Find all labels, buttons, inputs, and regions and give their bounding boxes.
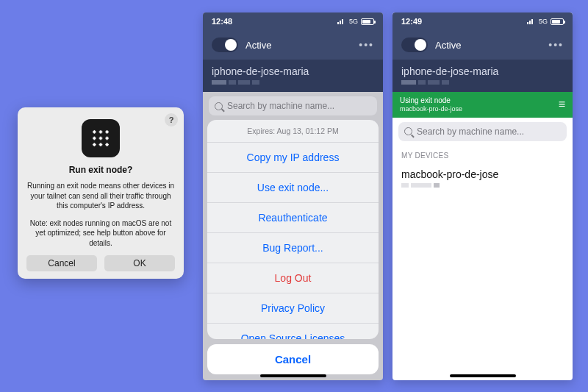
search-input[interactable]: Search by machine name... xyxy=(209,96,377,115)
battery-icon xyxy=(551,18,564,25)
exit-node-dialog: ? Run exit node? Running an exit node me… xyxy=(18,107,184,279)
help-button[interactable]: ? xyxy=(165,113,178,126)
sheet-bug-report[interactable]: Bug Report... xyxy=(207,233,379,263)
sheet-privacy-policy[interactable]: Privacy Policy xyxy=(207,293,379,324)
self-device-banner[interactable]: iphone-de-jose-maria xyxy=(392,60,573,92)
sheet-expires: Expires: Aug 13, 01:12 PM xyxy=(207,120,379,143)
signal-icon xyxy=(337,18,346,24)
exit-node-bar[interactable]: Using exit node macbook-pro-de-jose ≡ xyxy=(392,92,573,118)
active-row: Active ••• xyxy=(203,30,383,60)
active-label: Active xyxy=(245,40,271,51)
status-time: 12:49 xyxy=(401,17,422,26)
active-row: Active ••• xyxy=(392,30,573,60)
active-label: Active xyxy=(435,40,461,51)
app-icon xyxy=(82,119,120,157)
search-icon xyxy=(404,127,412,135)
battery-icon xyxy=(361,18,374,25)
sheet-reauthenticate[interactable]: Reauthenticate xyxy=(207,203,379,233)
self-device-name: iphone-de-jose-maria xyxy=(212,65,374,77)
section-my-devices: MY DEVICES xyxy=(392,146,573,163)
sheet-cancel-button[interactable]: Cancel xyxy=(207,344,379,374)
sheet-open-source-licenses[interactable]: Open Source Licenses xyxy=(207,324,379,339)
sheet-copy-ip[interactable]: Copy my IP address xyxy=(207,143,379,173)
status-bar: 12:49 5G xyxy=(392,13,573,30)
home-indicator xyxy=(260,374,326,377)
sheet-use-exit-node[interactable]: Use exit node... xyxy=(207,173,379,203)
more-button[interactable]: ••• xyxy=(359,39,374,51)
more-button[interactable]: ••• xyxy=(548,39,564,51)
ok-button[interactable]: OK xyxy=(104,255,175,271)
active-toggle[interactable] xyxy=(401,38,428,52)
cancel-button[interactable]: Cancel xyxy=(26,255,97,271)
network-label: 5G xyxy=(539,18,548,25)
signal-icon xyxy=(527,18,536,24)
status-bar: 12:48 5G xyxy=(203,13,383,30)
phone-screen-exitnode: 12:49 5G Active ••• iphone-de-jose-maria… xyxy=(392,13,573,380)
self-device-banner[interactable]: iphone-de-jose-maria xyxy=(203,60,383,92)
search-placeholder: Search by machine name... xyxy=(227,101,334,111)
sheet-log-out[interactable]: Log Out xyxy=(207,263,379,293)
search-placeholder: Search by machine name... xyxy=(417,126,524,137)
exit-node-menu-icon[interactable]: ≡ xyxy=(559,98,565,111)
phone-screen-actionsheet: 12:48 5G Active ••• iphone-de-jose-maria… xyxy=(203,13,383,380)
search-input[interactable]: Search by machine name... xyxy=(398,122,567,141)
device-list-item[interactable]: macbook-pro-de-jose xyxy=(392,163,573,195)
status-time: 12:48 xyxy=(212,17,232,26)
search-icon xyxy=(215,102,223,110)
dialog-title: Run exit node? xyxy=(26,165,175,175)
action-sheet: Expires: Aug 13, 01:12 PM Copy my IP add… xyxy=(203,115,383,380)
self-device-name: iphone-de-jose-maria xyxy=(401,65,564,77)
active-toggle[interactable] xyxy=(212,38,238,52)
home-indicator xyxy=(450,374,516,377)
network-label: 5G xyxy=(349,18,358,25)
device-item-name: macbook-pro-de-jose xyxy=(401,168,564,180)
dialog-body-2: Note: exit nodes running on macOS are no… xyxy=(26,218,175,249)
exit-node-name: macbook-pro-de-jose xyxy=(400,105,462,113)
exit-node-title: Using exit node xyxy=(400,96,462,105)
dialog-body-1: Running an exit node means other devices… xyxy=(26,181,175,211)
